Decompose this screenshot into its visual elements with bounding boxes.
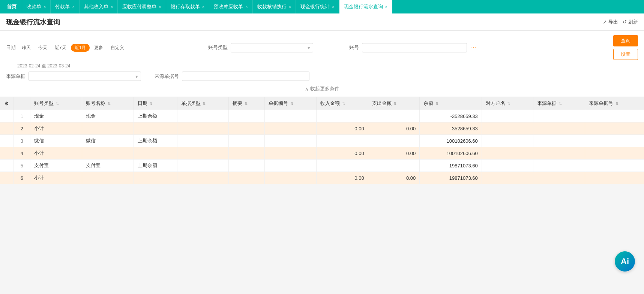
table-cell: 现金 bbox=[30, 110, 82, 122]
settings-button[interactable]: 设置 bbox=[613, 49, 638, 60]
account-type-select[interactable] bbox=[231, 43, 313, 52]
counterpart-column-header[interactable]: 对方户名 ⇅ bbox=[482, 97, 533, 110]
table-cell: 1 bbox=[14, 110, 30, 122]
table-cell: 0.00 bbox=[317, 172, 368, 184]
table-cell bbox=[317, 135, 368, 147]
account-type-column-header[interactable]: 账号类型 ⇅ bbox=[30, 97, 82, 110]
table-cell: 19871073.60 bbox=[420, 160, 482, 172]
date-custom[interactable]: 自定义 bbox=[108, 44, 127, 52]
table-cell bbox=[533, 147, 585, 160]
date-yesterday[interactable]: 昨天 bbox=[19, 44, 34, 52]
table-cell bbox=[177, 110, 229, 122]
gear-column-header[interactable]: ⚙ bbox=[0, 97, 14, 110]
source-doc-select[interactable] bbox=[29, 72, 141, 81]
table-cell bbox=[533, 172, 585, 184]
table-cell bbox=[0, 110, 14, 122]
sort-icon: ⇅ bbox=[615, 101, 618, 106]
nav-tab-fukudan[interactable]: 付款单 × bbox=[51, 0, 79, 13]
table-cell bbox=[533, 122, 585, 135]
date-more[interactable]: 更多 bbox=[91, 44, 106, 52]
source-doc-no-input[interactable] bbox=[182, 72, 309, 81]
close-icon[interactable]: × bbox=[111, 4, 113, 9]
filter-row-2: 来源单据 来源单据号 bbox=[6, 72, 638, 81]
table-cell: 小计 bbox=[30, 122, 82, 135]
table-cell: 上期余额 bbox=[134, 110, 177, 122]
table-cell bbox=[229, 135, 265, 147]
nav-tab-shoukuanhexiao[interactable]: 收款核销执行 × bbox=[253, 0, 296, 13]
table-cell bbox=[585, 147, 644, 160]
table-container: ⚙ 账号类型 ⇅ 账号名称 ⇅ 日期 ⇅ 单据类型 ⇅ 摘要 ⇅ 单据编号 ⇅ … bbox=[0, 97, 644, 184]
date-1month[interactable]: 近1月 bbox=[71, 44, 90, 52]
filter-area: 日期 昨天 今天 近7天 近1月 更多 自定义 账号类型 账号 ··· bbox=[0, 31, 644, 97]
date-column-header[interactable]: 日期 ⇅ bbox=[134, 97, 177, 110]
export-button[interactable]: ↗ 导出 bbox=[603, 19, 618, 25]
table-cell: 100102606.60 bbox=[420, 147, 482, 160]
source-doc-column-header[interactable]: 来源单据 ⇅ bbox=[533, 97, 585, 110]
expense-column-header[interactable]: 支出金额 ⇅ bbox=[368, 97, 420, 110]
table-cell: 5 bbox=[14, 160, 30, 172]
table-cell bbox=[177, 147, 229, 160]
query-button[interactable]: 查询 bbox=[613, 35, 638, 46]
source-doc-no-label: 来源单据号 bbox=[155, 73, 179, 80]
no-column-header bbox=[14, 97, 30, 110]
collapse-bar[interactable]: ∧ 收起更多条件 bbox=[6, 84, 638, 94]
close-icon-active[interactable]: × bbox=[385, 4, 387, 9]
table-cell: 0.00 bbox=[317, 147, 368, 160]
table-cell: 小计 bbox=[30, 147, 82, 160]
source-doc-filter-group: 来源单据 bbox=[6, 72, 141, 81]
refresh-button[interactable]: ↺ 刷新 bbox=[623, 19, 638, 25]
table-cell bbox=[82, 122, 134, 135]
table-cell: 0.00 bbox=[368, 122, 420, 135]
table-cell: 2 bbox=[14, 122, 30, 135]
sort-icon: ⇅ bbox=[342, 101, 345, 106]
account-name-column-header[interactable]: 账号名称 ⇅ bbox=[82, 97, 134, 110]
nav-tab-xianjiinyhangtongji[interactable]: 现金银行统计 × bbox=[296, 0, 339, 13]
table-cell bbox=[368, 135, 420, 147]
close-icon[interactable]: × bbox=[289, 4, 291, 9]
sort-icon: ⇅ bbox=[290, 101, 293, 106]
summary-column-header[interactable]: 摘要 ⇅ bbox=[229, 97, 265, 110]
table-cell bbox=[134, 147, 177, 160]
source-doc-no-column-header[interactable]: 来源单据号 ⇅ bbox=[585, 97, 644, 110]
data-table: ⚙ 账号类型 ⇅ 账号名称 ⇅ 日期 ⇅ 单据类型 ⇅ 摘要 ⇅ 单据编号 ⇅ … bbox=[0, 97, 644, 184]
table-cell bbox=[482, 172, 533, 184]
nav-tab-shoudan[interactable]: 收款单 × bbox=[22, 0, 51, 13]
doc-type-column-header[interactable]: 单据类型 ⇅ bbox=[177, 97, 229, 110]
table-row: 6小计0.000.0019871073.60 bbox=[0, 172, 644, 184]
nav-home[interactable]: 首页 bbox=[2, 0, 22, 13]
table-cell: 上期余额 bbox=[134, 160, 177, 172]
table-cell: 支付宝 bbox=[82, 160, 134, 172]
export-icon: ↗ bbox=[603, 19, 607, 25]
doc-no-column-header[interactable]: 单据编号 ⇅ bbox=[265, 97, 317, 110]
close-icon[interactable]: × bbox=[245, 4, 248, 9]
source-doc-label: 来源单据 bbox=[6, 73, 26, 80]
table-cell bbox=[482, 135, 533, 147]
nav-tab-yinhangcuqu[interactable]: 银行存取款单 × bbox=[166, 0, 209, 13]
close-icon[interactable]: × bbox=[202, 4, 204, 9]
source-doc-select-wrapper bbox=[29, 72, 141, 81]
table-cell: 4 bbox=[14, 147, 30, 160]
table-row: 5支付宝支付宝上期余额19871073.60 bbox=[0, 160, 644, 172]
table-cell bbox=[229, 122, 265, 135]
account-input[interactable] bbox=[362, 43, 467, 52]
table-cell bbox=[482, 122, 533, 135]
close-icon[interactable]: × bbox=[332, 4, 334, 9]
account-dots-button[interactable]: ··· bbox=[470, 44, 477, 51]
close-icon[interactable]: × bbox=[44, 4, 46, 9]
balance-column-header[interactable]: 余额 ⇅ bbox=[420, 97, 482, 110]
nav-tab-yushou[interactable]: 预收冲应收单 × bbox=[209, 0, 252, 13]
income-column-header[interactable]: 收入金额 ⇅ bbox=[317, 97, 368, 110]
date-today[interactable]: 今天 bbox=[35, 44, 50, 52]
table-cell bbox=[0, 160, 14, 172]
nav-tab-yingshouyingfu[interactable]: 应收应付调整单 × bbox=[118, 0, 166, 13]
date-7days[interactable]: 近7天 bbox=[52, 44, 69, 52]
table-cell bbox=[177, 172, 229, 184]
sort-icon: ⇅ bbox=[507, 101, 510, 106]
close-icon[interactable]: × bbox=[72, 4, 74, 9]
close-icon[interactable]: × bbox=[159, 4, 161, 9]
table-cell: 0.00 bbox=[317, 122, 368, 135]
nav-tab-qitashourdan[interactable]: 其他收入单 × bbox=[80, 0, 118, 13]
table-cell: 上期余额 bbox=[134, 135, 177, 147]
table-cell bbox=[265, 160, 317, 172]
nav-tab-liushui[interactable]: 现金银行流水查询 × bbox=[339, 0, 392, 13]
